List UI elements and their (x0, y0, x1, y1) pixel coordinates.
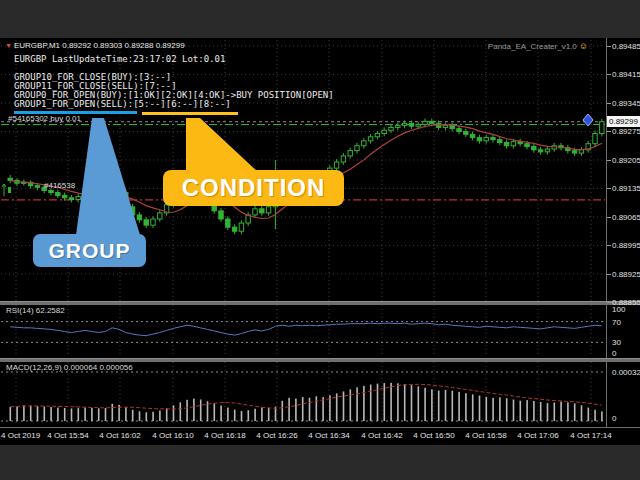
price-scale-divider (606, 38, 607, 427)
symbol-dropdown-arrow-icon[interactable]: ▼ (5, 42, 12, 49)
time-tick-label: 4 Oct 17:14 (570, 431, 611, 440)
price-tick-label: 0.89135 (612, 184, 640, 193)
rsi-indicator-label: RSI(14) 62.2582 (6, 306, 65, 315)
time-tick-label: 4 Oct 16:58 (465, 431, 506, 440)
time-tick-label: 4 Oct 2019 (1, 431, 40, 440)
price-tick-mark (607, 74, 611, 75)
price-tick-mark (607, 131, 611, 132)
price-tick-label: 0.89205 (612, 156, 640, 165)
order-label-2: #416538 (44, 181, 75, 190)
ea-comment-line: GROUP1_FOR_OPEN(SELL):[5:--][6:--][8:--] (14, 99, 231, 109)
price-tick-label: 0.89345 (612, 99, 640, 108)
mt4-chart-window: ▼EURGBP,M1 0.89292 0.89303 0.89288 0.892… (0, 0, 640, 480)
price-tick-label: 0.89485 (612, 42, 640, 51)
group-underline (14, 111, 137, 114)
order-label: #54165302 buy 0.01 (8, 114, 81, 123)
time-tick-label: 4 Oct 16:42 (361, 431, 402, 440)
price-tick-mark (607, 274, 611, 275)
price-tick-mark (607, 217, 611, 218)
price-tick-label: 0.89065 (612, 213, 640, 222)
time-tick-label: 4 Oct 16:10 (152, 431, 193, 440)
time-tick-label: 4 Oct 16:50 (413, 431, 454, 440)
symbol-ohlc-line: ▼EURGBP,M1 0.89292 0.89303 0.89288 0.892… (5, 41, 185, 50)
time-tick-label: 4 Oct 16:02 (99, 431, 140, 440)
time-tick-label: 4 Oct 16:34 (308, 431, 349, 440)
ea-comment-line: EURGBP LastUpdateTime:23:17:02 Lot:0.01 (14, 54, 225, 64)
ea-title: Panda_EA_Creater_v1.0☺ (470, 41, 588, 51)
rsi-panel-splitter[interactable] (0, 301, 640, 305)
macd-tick-label: 0 (612, 414, 616, 423)
callout-group-label: GROUP (48, 239, 130, 263)
callout-condition: CONDITION (163, 170, 344, 206)
condition-underline (142, 112, 238, 115)
price-tick-label: 0.88995 (612, 241, 640, 250)
rsi-tick-label: 30 (612, 338, 621, 347)
price-tick-mark (607, 103, 611, 104)
price-tick-mark (607, 302, 611, 303)
callout-condition-label: CONDITION (182, 174, 326, 202)
ea-title-text: Panda_EA_Creater_v1.0 (488, 42, 577, 51)
callout-group: GROUP (33, 234, 146, 267)
ea-smiley-icon[interactable]: ☺ (579, 41, 588, 51)
symbol-ohlc-text: EURGBP,M1 0.89292 0.89303 0.89288 0.8929… (14, 41, 185, 50)
time-tick-label: 4 Oct 15:54 (47, 431, 88, 440)
price-tick-label: 0.88925 (612, 270, 640, 279)
time-tick-label: 4 Oct 17:06 (517, 431, 558, 440)
macd-tick-label: 0.000328 (612, 368, 640, 377)
time-tick-label: 4 Oct 16:18 (204, 431, 245, 440)
rsi-tick-label: 0 (612, 349, 616, 358)
price-tick-label: 0.89415 (612, 70, 640, 79)
time-axis-divider (0, 427, 640, 428)
price-tick-mark (607, 160, 611, 161)
rsi-tick-label: 70 (612, 318, 621, 327)
current-price-tag: 0.89299 (607, 116, 640, 127)
macd-panel-splitter[interactable] (0, 358, 640, 362)
rsi-tick-label: 100 (612, 305, 625, 314)
price-tick-mark (607, 245, 611, 246)
price-tick-mark (607, 188, 611, 189)
price-tick-mark (607, 46, 611, 47)
macd-indicator-label: MACD(12,26,9) 0.000064 0.000056 (6, 363, 133, 372)
time-tick-label: 4 Oct 16:26 (256, 431, 297, 440)
price-tick-label: 0.89275 (612, 127, 640, 136)
